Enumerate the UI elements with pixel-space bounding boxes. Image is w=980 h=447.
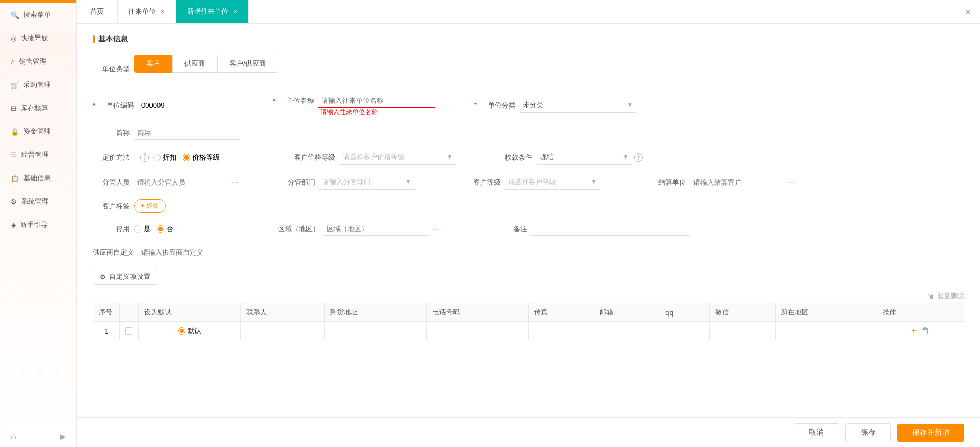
sidebar-item-system[interactable]: ⚙ 系统管理 [0,190,76,213]
col-contact: 联系人 [240,303,324,322]
sidebar-user-icon: ⌂ [11,431,16,442]
department-select[interactable]: 请输入分管部门 ▼ [319,174,415,190]
col-action: 操作 [877,303,964,322]
pricing-pricelevel-option[interactable]: 价格等级 [183,153,220,162]
add-tag-button[interactable]: + 标签 [134,199,166,213]
region-more-btn[interactable]: ··· [430,224,441,234]
pricing-discount-label: 折扣 [163,153,176,162]
supplier-custom-input[interactable] [138,246,308,259]
customer-price-level-select[interactable]: 请选择客户价格等级 ▼ [340,150,456,165]
row-phone[interactable] [426,322,529,340]
disabled-yes-radio [134,225,141,233]
row-email[interactable] [594,322,660,340]
sidebar-item-guide[interactable]: ◈ 新手引导 [0,213,76,236]
short-name-input[interactable] [134,126,240,140]
row-delete-btn[interactable]: 🗑 [920,326,931,336]
sidebar-item-sales[interactable]: ⌂ 销售管理 [0,50,76,73]
unit-name-input[interactable] [318,94,435,108]
tab-new-contact-label: 新增往来单位 [187,7,228,16]
manager-field: 分管人员 ··· [93,176,278,189]
remark-field: 备注 [490,222,702,236]
sidebar-bottom: ⌂ ▶ [0,425,76,447]
row-checkbox[interactable] [125,327,132,335]
sidebar-expand-icon[interactable]: ▶ [60,432,66,441]
sidebar-item-operations[interactable]: ☰ 经营管理 [0,143,76,166]
sidebar-item-finance[interactable]: 🔒 资金管理 [0,120,76,143]
sales-icon: ⌂ [11,58,15,66]
settlement-unit-input[interactable] [690,176,786,189]
customer-level-field: 客户等级 请选择客户等级 ▼ [464,174,649,190]
tab-contacts-close[interactable]: ✕ [160,8,165,15]
system-icon: ⚙ [11,198,17,206]
sidebar-item-inventory[interactable]: ⊟ 库存核算 [0,97,76,120]
unit-category-select[interactable]: 未分类 ▼ [520,98,636,113]
tab-new-contact-close[interactable]: ✕ [233,8,238,15]
tab-home[interactable]: 首页 [77,0,118,23]
region-input[interactable] [324,222,430,236]
pricing-radio-group: 折扣 价格等级 [153,153,220,162]
customer-level-select[interactable]: 请选择客户等级 ▼ [505,174,600,190]
unit-type-group: 客户 供应商 客户/供应商 [134,55,278,73]
unit-type-supplier-btn[interactable]: 供应商 [172,55,217,73]
settlement-unit-more-btn[interactable]: ··· [786,178,797,187]
department-arrow: ▼ [405,178,412,186]
col-default: 设为默认 [139,303,241,322]
unit-cat-label: 单位分类 [478,101,515,110]
disabled-yes-label: 是 [144,224,150,234]
sidebar-item-search[interactable]: 🔍 搜索菜单 [0,3,76,27]
customer-price-level-placeholder: 请选择客户价格等级 [343,152,447,162]
form-row-supplier-custom: 供应商自定义 [93,246,964,259]
settings-icon: ⚙ [100,273,106,281]
manager-more-btn[interactable]: ··· [229,178,240,187]
pricing-discount-option[interactable]: 折扣 [153,153,176,162]
save-button[interactable]: 保存 [845,423,891,442]
row-region[interactable] [775,322,877,340]
unit-type-both-btn[interactable]: 客户/供应商 [217,55,278,73]
remark-input[interactable] [531,222,690,236]
batch-delete-label[interactable]: 批量删除 [937,291,964,301]
unit-name-required: * [273,97,275,105]
row-address[interactable] [324,322,426,340]
disabled-no-option[interactable]: 否 [157,224,173,234]
short-name-label: 简称 [93,128,130,138]
row-add-btn[interactable]: + [910,326,917,336]
contact-table-header-row: 序号 设为默认 联系人 到货地址 电话号码 传真 邮箱 qq 微信 所在地区 操… [93,303,964,322]
col-email: 邮箱 [594,303,660,322]
unit-code-input[interactable] [138,99,234,112]
sidebar-item-basic[interactable]: 📋 基础信息 [0,166,76,190]
quicknav-icon: ◎ [11,34,16,42]
row-wechat[interactable] [709,322,775,340]
row-default-radio-item[interactable]: 默认 [144,326,235,336]
unit-type-label: 单位类型 [93,64,130,74]
sidebar-item-purchase-label: 采购管理 [23,80,51,90]
manager-input[interactable] [134,176,229,189]
pricing-help-icon[interactable]: ? [140,153,149,162]
row-qq[interactable] [660,322,710,340]
unit-cat-required: * [474,101,477,109]
sidebar-item-quicknav[interactable]: ◎ 快捷导航 [0,27,76,50]
payment-terms-help-icon[interactable]: ? [634,153,643,162]
sidebar-item-search-label: 搜索菜单 [23,10,51,20]
sidebar-item-sales-label: 销售管理 [19,57,47,66]
tab-contacts[interactable]: 往来单位 ✕ [118,0,176,23]
payment-terms-select[interactable]: 现结 ▼ [537,150,632,165]
unit-category-field: * 单位分类 未分类 ▼ [474,98,675,113]
close-all-tabs-button[interactable]: ✕ [965,7,972,17]
unit-type-customer-btn[interactable]: 客户 [134,55,172,73]
tab-home-label: 首页 [90,7,104,16]
form-row-pricing: 定价方法 ? 折扣 价格等级 客户价格等级 请选择客户价格等级 [93,150,964,165]
disabled-yes-option[interactable]: 是 [134,224,150,234]
row-fax[interactable] [529,322,594,340]
unit-name-field: * 单位名称 请输入往来单位名称 [273,94,474,117]
save-new-button[interactable]: 保存并新增 [897,424,964,442]
unit-code-label: 单位编码 [97,101,134,110]
col-region: 所在地区 [775,303,877,322]
row-contact-name[interactable] [240,322,324,340]
cancel-button[interactable]: 取消 [794,423,839,442]
tab-new-contact[interactable]: 新增往来单位 ✕ [176,0,249,23]
pricing-discount-radio [153,154,161,161]
pricing-field: 定价方法 ? 折扣 价格等级 [93,153,294,162]
region-label: 区域（地区） [278,224,319,234]
sidebar-item-purchase[interactable]: 🛒 采购管理 [0,73,76,97]
custom-settings-button[interactable]: ⚙ 自定义项设置 [93,269,157,285]
